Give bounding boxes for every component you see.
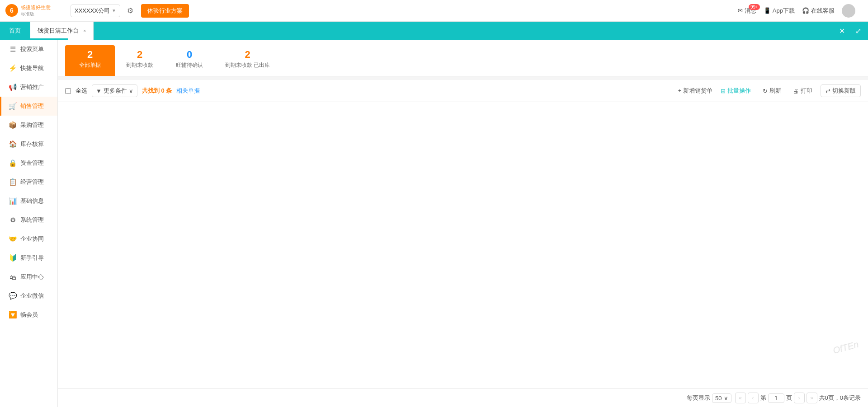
tab-bar-right: ✕ ⤢ (835, 24, 868, 37)
first-page-button[interactable]: « (735, 393, 746, 403)
per-page-label: 每页显示 (687, 394, 710, 402)
main-layout: ☰搜索菜单⚡快捷导航📢营销推广🛒销售管理📦采购管理🏠库存核算🔒资金管理📋经营管理… (0, 40, 868, 407)
sidebar-icon-member: 🔽 (9, 311, 17, 319)
sidebar-icon-wechat: 💬 (9, 292, 17, 300)
print-button[interactable]: 🖨 打印 (789, 85, 816, 97)
sidebar-item-basic-info[interactable]: 📊基础信息 (0, 192, 57, 211)
sidebar-label-guide: 新手引导 (20, 254, 44, 262)
filter-icon: ▼ (96, 88, 102, 94)
next-page-button[interactable]: › (794, 393, 805, 403)
tab-expand-button[interactable]: ⤢ (852, 24, 864, 37)
sidebar-label-enterprise: 企业协同 (20, 235, 44, 243)
sidebar-label-quick-nav: 快捷导航 (20, 64, 44, 72)
stat-num-pending: 0 (175, 49, 203, 61)
top-header: 6 畅捷通好生意 标准版 XXXXXX公司 ▼ ⚙ 体验行业方案 ✉ 消息 99… (0, 0, 868, 22)
sidebar-icon-marketing: 📢 (9, 83, 17, 91)
sidebar-item-inventory[interactable]: 🏠库存核算 (0, 135, 57, 154)
message-icon: ✉ (738, 7, 743, 14)
tab-close-icon[interactable]: × (83, 28, 86, 33)
found-count-display: 共找到 0 条 (142, 87, 172, 95)
user-avatar[interactable] (842, 4, 855, 18)
found-prefix: 共找到 (142, 87, 160, 94)
tab-home-label: 首页 (9, 27, 21, 35)
sidebar-item-enterprise[interactable]: 🤝企业协同 (0, 229, 57, 248)
refresh-button[interactable]: ↻ 刷新 (759, 85, 785, 97)
total-records: 共0页，0条记录 (819, 394, 861, 402)
switch-version-button[interactable]: ⇄ 切换新版 (821, 84, 861, 97)
filter-label: 更多条件 (104, 87, 127, 95)
prev-page-button[interactable]: ‹ (748, 393, 759, 403)
batch-label: 批量操作 (727, 87, 751, 95)
add-sale-button[interactable]: + 新增销货单 (678, 87, 712, 95)
page-number-input[interactable] (768, 393, 784, 403)
refresh-icon: ↻ (763, 88, 768, 94)
sidebar-label-member: 畅会员 (20, 311, 38, 319)
switch-label: 切换新版 (832, 87, 856, 95)
sidebar-item-wechat[interactable]: 💬企业微信 (0, 286, 57, 305)
sidebar-icon-system: ⚙ (9, 216, 17, 224)
last-page-button[interactable]: » (807, 393, 817, 403)
page-suffix: 页 (786, 394, 792, 402)
page-size-dropdown[interactable]: 50 ∨ (712, 393, 731, 403)
tab-work-bench[interactable]: 钱货日清工作台 × (30, 22, 94, 40)
page-size-selector: 每页显示 50 ∨ (687, 393, 731, 403)
stat-tab-all[interactable]: 2全部单据 (65, 45, 115, 76)
sidebar-item-search-menu[interactable]: ☰搜索菜单 (0, 40, 57, 59)
sidebar-item-finance[interactable]: 🔒资金管理 (0, 154, 57, 173)
related-doc-button[interactable]: 相关单据 (176, 87, 200, 95)
stat-tab-pending[interactable]: 0旺辅待确认 (165, 45, 214, 76)
sidebar-item-guide[interactable]: 🔰新手引导 (0, 248, 57, 267)
stat-tab-overdue-out[interactable]: 2到期未收款 已出库 (214, 45, 281, 76)
tab-collapse-button[interactable]: ✕ (835, 24, 848, 37)
stat-tab-overdue[interactable]: 2到期未收款 (115, 45, 165, 76)
messages-button[interactable]: ✉ 消息 99+ (738, 7, 756, 15)
sidebar-icon-finance: 🔒 (9, 159, 17, 167)
sidebar-item-sales[interactable]: 🛒销售管理 (0, 97, 57, 116)
tab-home[interactable]: 首页 (0, 22, 30, 40)
sidebar-label-wechat: 企业微信 (20, 292, 44, 300)
online-service-button[interactable]: 🎧 在线客服 (802, 7, 835, 15)
content-area: 2全部单据2到期未收款0旺辅待确认2到期未收款 已出库 全选 ▼ 更多条件 ∨ … (58, 40, 868, 407)
stat-num-overdue-out: 2 (225, 49, 270, 61)
sidebar-item-system[interactable]: ⚙系统管理 (0, 211, 57, 229)
batch-operation-button[interactable]: ⊞ 批量操作 (717, 85, 755, 97)
sidebar-label-purchase: 采购管理 (20, 121, 44, 129)
filter-button[interactable]: ▼ 更多条件 ∨ (92, 84, 137, 97)
found-unit: 条 (166, 87, 172, 94)
print-label: 打印 (801, 87, 812, 95)
sidebar-item-app-center[interactable]: 🛍应用中心 (0, 267, 57, 286)
stat-label-pending: 旺辅待确认 (175, 61, 203, 69)
sidebar-icon-inventory: 🏠 (9, 140, 17, 148)
sidebar-item-quick-nav[interactable]: ⚡快捷导航 (0, 59, 57, 78)
sidebar-icon-purchase: 📦 (9, 121, 17, 129)
filter-chevron-icon: ∨ (129, 88, 133, 94)
stat-label-overdue-out: 到期未收款 已出库 (225, 61, 270, 69)
sidebar-item-member[interactable]: 🔽畅会员 (0, 305, 57, 324)
print-icon: 🖨 (793, 88, 799, 94)
sidebar-icon-guide: 🔰 (9, 254, 17, 262)
sidebar-item-operations[interactable]: 📋经营管理 (0, 173, 57, 192)
pagination-bar: 每页显示 50 ∨ « ‹ 第 页 › » 共0页，0条记录 (58, 388, 868, 407)
select-all-checkbox[interactable] (65, 88, 71, 94)
app-download-button[interactable]: 📱 App下载 (764, 7, 795, 15)
app-edition: 标准版 (21, 11, 51, 17)
stat-num-all: 2 (76, 49, 104, 61)
trial-button[interactable]: 体验行业方案 (141, 4, 189, 18)
company-selector[interactable]: XXXXXX公司 ▼ (71, 5, 120, 17)
sidebar-label-operations: 经营管理 (20, 178, 44, 186)
settings-button[interactable]: ⚙ (124, 5, 137, 17)
company-name: XXXXXX公司 (75, 7, 110, 15)
sidebar-icon-basic-info: 📊 (9, 197, 17, 205)
sidebar-item-marketing[interactable]: 📢营销推广 (0, 78, 57, 97)
page-navigation: « ‹ 第 页 › » 共0页，0条记录 (735, 393, 861, 403)
message-badge: 99+ (749, 4, 760, 10)
toolbar-right: + 新增销货单 ⊞ 批量操作 ↻ 刷新 🖨 打印 ⇄ 切换新版 (678, 84, 861, 97)
sidebar-label-system: 系统管理 (20, 216, 44, 224)
sidebar-item-purchase[interactable]: 📦采购管理 (0, 116, 57, 135)
stat-num-overdue: 2 (126, 49, 154, 61)
table-area (58, 102, 868, 388)
add-sale-label: + 新增销货单 (678, 87, 712, 95)
sidebar: ☰搜索菜单⚡快捷导航📢营销推广🛒销售管理📦采购管理🏠库存核算🔒资金管理📋经营管理… (0, 40, 58, 407)
sidebar-icon-operations: 📋 (9, 178, 17, 186)
toolbar: 全选 ▼ 更多条件 ∨ 共找到 0 条 相关单据 + 新增销货单 ⊞ (58, 80, 868, 102)
